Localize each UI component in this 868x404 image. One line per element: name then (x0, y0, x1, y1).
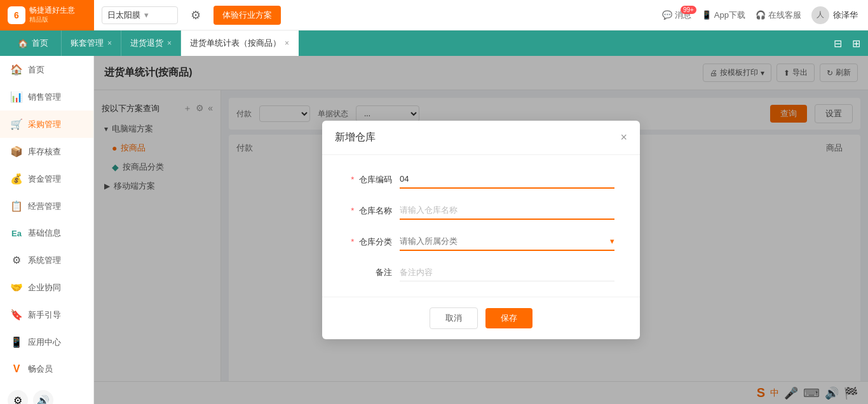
sidebar-item-system-label: 系统管理 (28, 255, 61, 266)
purchase-icon: 🛒 (10, 118, 23, 130)
phone-icon: 📱 (702, 10, 712, 20)
warehouse-name-input[interactable] (400, 201, 614, 220)
sidebar-item-sales[interactable]: 📊 销售管理 (0, 83, 93, 111)
cancel-button[interactable]: 取消 (430, 307, 478, 329)
online-service-label: 在线客服 (768, 10, 801, 21)
sidebar-item-purchase[interactable]: 🛒 采购管理 (0, 111, 93, 138)
dialog-title: 新增仓库 (335, 131, 376, 144)
main-area: 🏠 首页 📊 销售管理 🛒 采购管理 📦 库存核查 💰 资金管理 📋 经营管理 … (0, 56, 868, 404)
avatar: 人 (811, 6, 829, 24)
guide-icon: 🔖 (10, 309, 23, 321)
sidebar-item-guide[interactable]: 🔖 新手引导 (0, 301, 93, 328)
home-icon: 🏠 (10, 64, 23, 76)
sidebar: 🏠 首页 📊 销售管理 🛒 采购管理 📦 库存核查 💰 资金管理 📋 经营管理 … (0, 56, 94, 404)
sidebar-item-home[interactable]: 🏠 首页 (0, 56, 93, 83)
tab-purchase-return[interactable]: 进货退货 × (121, 30, 181, 56)
required-star-3: * (351, 237, 354, 246)
warehouse-category-input[interactable] (400, 236, 610, 246)
tab-actions: ⊟ ⊞ (831, 35, 863, 52)
dialog-footer: 取消 保存 (322, 297, 640, 339)
warehouse-code-input[interactable] (400, 170, 614, 189)
finance-icon: 💰 (10, 173, 23, 185)
sidebar-bottom: ⚙ 🔊 (0, 382, 93, 404)
sidebar-item-finance[interactable]: 💰 资金管理 (0, 165, 93, 192)
logo-sub: 精品版 (29, 15, 75, 24)
online-service-item[interactable]: 🎧 在线客服 (756, 10, 801, 21)
sidebar-item-finance-label: 资金管理 (28, 173, 61, 185)
sidebar-item-system[interactable]: ⚙ 系统管理 (0, 246, 93, 274)
tab-bar: 🏠 首页 账套管理 × 进货退货 × 进货单统计表（按商品） × ⊟ ⊞ (0, 30, 868, 56)
top-header: 6 畅捷通好生意 精品版 日太阳膜 ▾ ⚙ 体验行业方案 💬 消息 99+ 📱 … (0, 0, 868, 30)
tab-account[interactable]: 账套管理 × (62, 30, 121, 56)
sidebar-item-apps[interactable]: 📱 应用中心 (0, 328, 93, 356)
dialog: 新增仓库 × * 仓库编码 * (322, 121, 640, 339)
basic-info-icon: Ea (10, 229, 23, 238)
warehouse-category-select-wrapper: ▾ (400, 232, 614, 251)
tab-home[interactable]: 🏠 首页 (5, 30, 62, 56)
save-button[interactable]: 保存 (485, 308, 532, 328)
vip-icon: V (10, 363, 23, 375)
warehouse-name-row: * 仓库名称 (348, 201, 614, 220)
user-info[interactable]: 人 徐泽华 (811, 6, 858, 24)
sidebar-item-enterprise-label: 企业协同 (28, 282, 61, 293)
notes-label: 备注 (348, 267, 392, 278)
apps-icon: 📱 (10, 336, 23, 348)
inventory-icon: 📦 (10, 145, 23, 158)
sidebar-item-operations[interactable]: 📋 经营管理 (0, 192, 93, 220)
tab-home-label: 首页 (32, 37, 48, 49)
logo-text: 畅捷通好生意 (29, 6, 75, 16)
operations-icon: 📋 (10, 200, 23, 212)
tab-purchase-return-label: 进货退货 (130, 37, 163, 49)
sidebar-item-home-label: 首页 (28, 64, 44, 76)
sales-icon: 📊 (10, 91, 23, 103)
warehouse-code-row: * 仓库编码 (348, 170, 614, 189)
headset-icon: 🎧 (756, 10, 766, 20)
dialog-overlay[interactable]: 新增仓库 × * 仓库编码 * (94, 56, 868, 404)
volume-btn[interactable]: 🔊 (33, 390, 53, 404)
sidebar-item-vip[interactable]: V 畅会员 (0, 356, 93, 382)
message-item[interactable]: 💬 消息 99+ (662, 10, 691, 21)
warehouse-code-label: * 仓库编码 (348, 174, 392, 185)
app-download-item[interactable]: 📱 App下载 (702, 10, 745, 21)
content-area: 进货单统计(按商品) 🖨 按模板打印 ▾ ⬆ 导出 ↻ 刷新 (94, 56, 868, 404)
tab-purchase-stats-close[interactable]: × (285, 39, 289, 48)
store-selector[interactable]: 日太阳膜 ▾ (102, 6, 178, 24)
sidebar-item-vip-label: 畅会员 (28, 363, 53, 375)
sidebar-item-basic-info[interactable]: Ea 基础信息 (0, 220, 93, 246)
home-icon: 🏠 (18, 39, 28, 48)
sidebar-item-purchase-label: 采购管理 (28, 119, 61, 130)
store-name: 日太阳膜 (107, 10, 140, 21)
enterprise-icon: 🤝 (10, 281, 23, 293)
required-star-2: * (351, 206, 354, 215)
warehouse-name-label: * 仓库名称 (348, 205, 392, 217)
logo-area: 6 畅捷通好生意 精品版 (0, 0, 94, 30)
category-dropdown-icon[interactable]: ▾ (610, 236, 614, 246)
tab-purchase-stats[interactable]: 进货单统计表（按商品） × (181, 30, 299, 56)
notes-row: 备注 (348, 264, 614, 281)
header-right: 💬 消息 99+ 📱 App下载 🎧 在线客服 人 徐泽华 (662, 6, 858, 24)
settings-button[interactable]: ⚙ (186, 5, 206, 25)
sidebar-item-inventory[interactable]: 📦 库存核查 (0, 138, 93, 165)
system-icon: ⚙ (10, 254, 23, 266)
sidebar-item-basic-info-label: 基础信息 (28, 227, 61, 239)
tab-expand-icon[interactable]: ⊞ (850, 35, 863, 52)
try-industry-button[interactable]: 体验行业方案 (214, 6, 281, 25)
warehouse-category-label: * 仓库分类 (348, 236, 392, 248)
tab-purchase-stats-label: 进货单统计表（按商品） (190, 37, 281, 49)
tab-purchase-return-close[interactable]: × (167, 39, 172, 48)
logo-icon: 6 (8, 6, 25, 24)
required-star: * (351, 175, 354, 184)
dialog-close-icon[interactable]: × (620, 131, 627, 144)
dialog-body: * 仓库编码 * 仓库名称 (322, 155, 640, 297)
sidebar-item-inventory-label: 库存核查 (28, 146, 61, 158)
sidebar-item-enterprise[interactable]: 🤝 企业协同 (0, 274, 93, 301)
warehouse-category-row: * 仓库分类 ▾ (348, 232, 614, 251)
tab-account-close[interactable]: × (107, 39, 112, 48)
sidebar-item-guide-label: 新手引导 (28, 309, 61, 321)
settings-bottom-btn[interactable]: ⚙ (8, 390, 28, 404)
notes-input[interactable] (400, 264, 614, 281)
sidebar-item-sales-label: 销售管理 (28, 91, 61, 103)
sidebar-item-apps-label: 应用中心 (28, 337, 61, 348)
tab-minimize-icon[interactable]: ⊟ (831, 35, 844, 52)
dialog-header: 新增仓库 × (322, 121, 640, 155)
